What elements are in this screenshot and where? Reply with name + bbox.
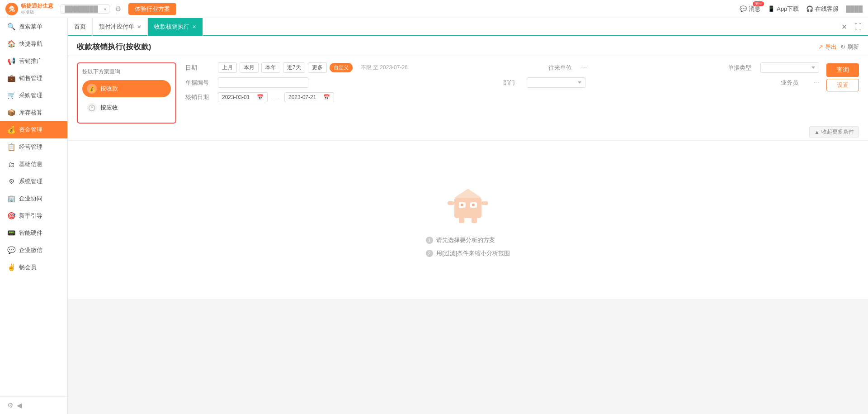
doc-no-input[interactable] bbox=[218, 77, 308, 88]
verify-date-end[interactable]: 2023-07-21 📅 bbox=[284, 92, 334, 102]
tip-1-number: 1 bbox=[426, 237, 433, 244]
app-download-label: App下载 bbox=[777, 5, 799, 13]
filter-collapse-bar: ▲ 收起更多条件 bbox=[68, 124, 868, 141]
date-7days[interactable]: 近7天 bbox=[283, 62, 305, 73]
service-label: 在线客服 bbox=[815, 5, 839, 13]
filter-option-by-collection[interactable]: 💰 按收款 bbox=[82, 80, 171, 97]
company-selector[interactable]: ████████ ▾ bbox=[61, 4, 109, 14]
doc-type-label: 单据类型 bbox=[728, 64, 755, 72]
messages-button[interactable]: 💬 消息 99+ bbox=[740, 5, 760, 13]
empty-tips: 1 请先选择要分析的方案 2 用[过滤]条件来缩小分析范围 bbox=[426, 234, 510, 260]
finance-icon: 💰 bbox=[7, 126, 15, 134]
date-more[interactable]: 更多 bbox=[308, 62, 327, 73]
tab-prepay-close[interactable]: ✕ bbox=[137, 24, 141, 30]
online-service-button[interactable]: 🎧 在线客服 bbox=[806, 5, 839, 13]
hardware-icon: 📟 bbox=[7, 229, 15, 237]
collapse-button[interactable]: ▲ 收起更多条件 bbox=[809, 126, 859, 138]
service-icon: 🎧 bbox=[806, 5, 813, 12]
solution-button[interactable]: 体验行业方案 bbox=[128, 3, 176, 15]
sidebar-item-marketing[interactable]: 📢营销推广 bbox=[0, 52, 67, 70]
tab-close-button[interactable]: ✕ bbox=[839, 22, 850, 32]
filter-main-fields: 日期 上月 本月 本年 近7天 更多 自定义 不限 至 2023-07-26 bbox=[185, 62, 819, 107]
sidebar-item-label: 畅会员 bbox=[19, 263, 37, 271]
sidebar-item-label: 企业微信 bbox=[19, 246, 42, 254]
filter-sidebar: 按以下方案查询 💰 按收款 🕐 按应收 bbox=[77, 62, 176, 124]
tab-collection-close[interactable]: ✕ bbox=[192, 24, 196, 30]
counterpart-dots[interactable]: ··· bbox=[581, 64, 587, 72]
app-download-icon: 📱 bbox=[768, 5, 775, 12]
tab-fullscreen-button[interactable]: ⛶ bbox=[852, 22, 864, 32]
sidebar-item-inventory[interactable]: 📦库存核算 bbox=[0, 104, 67, 121]
date-this-month[interactable]: 本月 bbox=[240, 62, 259, 73]
sidebar-item-label: 销售管理 bbox=[19, 74, 42, 82]
date-custom[interactable]: 自定义 bbox=[330, 63, 353, 72]
svg-rect-6 bbox=[459, 217, 464, 223]
staff-label: 业务员 bbox=[781, 79, 808, 87]
sidebar-settings-icon[interactable]: ⚙ bbox=[7, 401, 13, 409]
sidebar-item-operations[interactable]: 📋经营管理 bbox=[0, 138, 67, 156]
app-download-button[interactable]: 📱 App下载 bbox=[768, 5, 799, 13]
tab-prepay-label: 预付冲应付单 bbox=[99, 23, 134, 31]
svg-rect-7 bbox=[472, 217, 477, 223]
settings-icon[interactable]: ⚙ bbox=[115, 5, 121, 13]
sidebar-item-label: 营销推广 bbox=[19, 57, 42, 65]
search-icon: 🔍 bbox=[7, 23, 15, 31]
tab-collection-label: 收款核销执行 bbox=[154, 23, 189, 31]
sidebar-item-label: 快捷导航 bbox=[19, 40, 42, 48]
tip-2-number: 2 bbox=[426, 250, 433, 257]
sidebar-item-purchase[interactable]: 🛒采购管理 bbox=[0, 87, 67, 104]
verify-date-start[interactable]: 2023-03-01 📅 bbox=[218, 92, 268, 102]
sidebar-item-search[interactable]: 🔍搜索菜单 bbox=[0, 18, 67, 35]
sidebar-item-label: 搜索菜单 bbox=[19, 23, 42, 31]
dept-select[interactable] bbox=[527, 77, 585, 88]
refresh-button[interactable]: ↻ 刷新 bbox=[840, 43, 859, 51]
sidebar-item-label: 新手引导 bbox=[19, 212, 42, 220]
sidebar-item-basic[interactable]: 🗂基础信息 bbox=[0, 156, 67, 173]
filter-option-by-receivable[interactable]: 🕐 按应收 bbox=[82, 99, 171, 116]
sidebar-item-hardware[interactable]: 📟智能硬件 bbox=[0, 224, 67, 242]
filter-date-row: 日期 上月 本月 本年 近7天 更多 自定义 不限 至 2023-07-26 bbox=[185, 62, 819, 73]
date-separator: — bbox=[273, 94, 279, 101]
doc-type-select[interactable] bbox=[760, 62, 819, 73]
page-title: 收款核销执行(按收款) bbox=[77, 42, 151, 52]
page-content: 收款核销执行(按收款) ↗ 导出 ↻ 刷新 按以下方案查询 bbox=[68, 36, 868, 414]
date-quick-buttons: 上月 本月 本年 近7天 更多 自定义 bbox=[218, 62, 353, 73]
marketing-icon: 📢 bbox=[7, 57, 15, 65]
filter-area: 按以下方案查询 💰 按收款 🕐 按应收 bbox=[68, 56, 868, 124]
date-last-month[interactable]: 上月 bbox=[218, 62, 237, 73]
inventory-icon: 📦 bbox=[7, 109, 15, 117]
export-label: 导出 bbox=[825, 43, 837, 51]
operations-icon: 📋 bbox=[7, 143, 15, 151]
member-icon: ✌ bbox=[7, 263, 15, 271]
sidebar-collapse-icon[interactable]: ◀ bbox=[17, 401, 22, 409]
sidebar-item-enterprise[interactable]: 🏢企业协同 bbox=[0, 190, 67, 207]
sidebar-item-system[interactable]: ⚙系统管理 bbox=[0, 173, 67, 190]
message-icon: 💬 bbox=[740, 5, 747, 12]
export-icon: ↗ bbox=[818, 43, 823, 50]
filter-row-1: 日期 上月 本月 本年 近7天 更多 自定义 不限 至 2023-07-26 bbox=[185, 62, 859, 107]
export-button[interactable]: ↗ 导出 bbox=[818, 43, 837, 51]
sidebar-item-member[interactable]: ✌畅会员 bbox=[0, 259, 67, 276]
sidebar-item-newbie[interactable]: 🎯新手引导 bbox=[0, 207, 67, 224]
verify-date-end-value: 2023-07-21 bbox=[288, 94, 316, 100]
empty-state: 1 请先选择要分析的方案 2 用[过滤]条件来缩小分析范围 bbox=[68, 141, 868, 299]
date-this-year[interactable]: 本年 bbox=[261, 62, 280, 73]
sidebar-item-finance[interactable]: 💰资金管理 bbox=[0, 121, 67, 138]
filter-sidebar-title: 按以下方案查询 bbox=[82, 68, 171, 76]
tab-collection[interactable]: 收款核销执行 ✕ bbox=[148, 18, 203, 36]
sidebar-item-sales[interactable]: 💼销售管理 bbox=[0, 70, 67, 87]
main-layout: 🔍搜索菜单🏠快捷导航📢营销推广💼销售管理🛒采购管理📦库存核算💰资金管理📋经营管理… bbox=[0, 18, 868, 414]
empty-tip-2: 2 用[过滤]条件来缩小分析范围 bbox=[426, 247, 510, 260]
tab-home[interactable]: 首页 bbox=[68, 18, 93, 36]
filter-row-2: 单据编号 部门 业务员 ··· bbox=[185, 77, 819, 88]
sidebar-item-label: 企业协同 bbox=[19, 195, 42, 203]
content-area: 首页 预付冲应付单 ✕ 收款核销执行 ✕ ✕ ⛶ 收款核销执行(按收款) bbox=[68, 18, 868, 414]
query-button[interactable]: 查询 bbox=[826, 63, 859, 77]
sidebar-item-wechat[interactable]: 💬企业微信 bbox=[0, 242, 67, 259]
sidebar-item-quick-nav[interactable]: 🏠快捷导航 bbox=[0, 35, 67, 52]
staff-dots[interactable]: ··· bbox=[813, 79, 819, 87]
settings-button[interactable]: 设置 bbox=[826, 79, 859, 91]
user-name[interactable]: ████ bbox=[846, 5, 863, 12]
quick-nav-icon: 🏠 bbox=[7, 40, 15, 48]
tab-prepay[interactable]: 预付冲应付单 ✕ bbox=[93, 18, 148, 36]
